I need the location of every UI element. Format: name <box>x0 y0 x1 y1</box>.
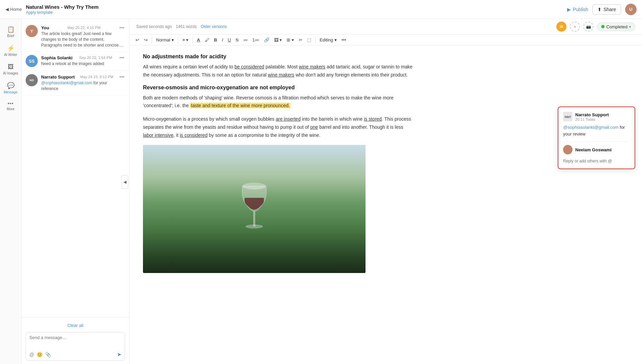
message-footer: Clear all @ 🙂 📎 ➤ <box>22 317 129 364</box>
chevron-down-icon: ▾ <box>172 37 174 42</box>
more-toolbar-button[interactable]: ••• <box>340 36 348 44</box>
ai-writer-icon: ⚡ <box>7 44 14 52</box>
image-button[interactable]: 🖼 ▾ <box>272 36 284 44</box>
reply-user-avatar <box>563 145 573 154</box>
editor-toolbar: ↩ ↪ Normal ▾ ≡ ▾ A 🖊 B I U S ≔ 1≔ 🔗 🖼 ▾ … <box>129 35 642 46</box>
avatar: NS <box>26 74 38 86</box>
send-button[interactable]: ➤ <box>117 351 121 358</box>
page-title: Natural Wines - Why Try Them <box>26 4 567 10</box>
saved-status: Saved seconds ago <box>136 24 172 29</box>
chevron-down-icon: ▾ <box>334 37 337 42</box>
editor-topbar-right: IS + 📷 Completed ▾ <box>556 22 635 32</box>
bullet-list-button[interactable]: ≔ <box>241 36 250 44</box>
sidebar-item-brief[interactable]: 📋 Brief <box>1 23 20 40</box>
message-more-icon[interactable]: ••• <box>119 25 125 30</box>
editor-status-bar: Saved seconds ago 1461 words Older versi… <box>129 19 642 35</box>
publish-button[interactable]: ▶ Publish <box>567 7 588 12</box>
apply-template-link[interactable]: Apply template <box>26 10 567 15</box>
section1-heading: No adjustments made for acidity <box>143 54 413 60</box>
toolbar-divider <box>178 37 178 43</box>
highlight-button[interactable]: 🖊 <box>203 36 211 44</box>
svg-point-3 <box>566 146 570 150</box>
mention-icon[interactable]: @ <box>29 352 34 357</box>
collaborator-avatar-is: IS <box>556 22 566 32</box>
section2-paragraph2: Micro-oxygenation is a process by which … <box>143 115 413 139</box>
publish-icon: ▶ <box>567 7 571 12</box>
table-button[interactable]: ⊞ ▾ <box>285 36 296 44</box>
message-text: The article looks great! Just need a few… <box>41 31 125 48</box>
message-text: Need a relook at the images added <box>41 61 125 67</box>
comment-popup: narr Narrato Support 20:11 Today @sophia… <box>558 107 635 169</box>
email-link[interactable]: @sophiasolanki@gmail.com <box>41 81 92 85</box>
message-author: Narrato Support <box>41 74 75 80</box>
message-content: Sophia Solanki Sep 20 22, 1:54 PM ••• Ne… <box>41 55 125 67</box>
topbar: ◀ Home Natural Wines - Why Try Them Appl… <box>0 0 642 19</box>
message-author: Sophia Solanki <box>41 55 72 60</box>
comment-email-link[interactable]: @sophiasolanki@gmail.com <box>563 125 618 130</box>
sidebar-item-ai-images[interactable]: 🖼 AI Images <box>1 61 20 78</box>
undo-button[interactable]: ↩ <box>134 36 141 44</box>
editor-content: No adjustments made for acidity All wine… <box>129 46 433 364</box>
section2-heading: Reverse-osmosis and micro-oxygenation ar… <box>143 85 413 91</box>
list-item[interactable]: Y You May 25 22, 4:15 PM ••• The article… <box>22 22 129 52</box>
attach-icon[interactable]: 📎 <box>45 352 51 357</box>
message-input-area: @ 🙂 📎 ➤ <box>26 332 125 361</box>
main-layout: 📋 Brief ⚡ AI Writer 🖼 AI Images 💬 Messag… <box>0 19 642 364</box>
topbar-actions: ▶ Publish ⬆ Share U <box>567 4 637 15</box>
completed-status-badge[interactable]: Completed ▾ <box>597 23 635 31</box>
wine-glass-svg <box>237 173 271 233</box>
bold-button[interactable]: B <box>212 36 219 44</box>
underline-button[interactable]: U <box>226 36 233 44</box>
format-clear-button[interactable]: ✂ <box>297 36 304 44</box>
back-button[interactable]: ◀ Home <box>5 7 22 12</box>
sidebar-item-ai-writer[interactable]: ⚡ AI Writer <box>1 42 20 59</box>
list-item[interactable]: NS Narrato Support May 24 23, 8:12 PM ••… <box>22 71 129 95</box>
sidebar-item-more[interactable]: ••• More <box>1 98 20 114</box>
align-button[interactable]: ≡ ▾ <box>180 36 191 44</box>
svg-point-2 <box>246 225 263 228</box>
share-button[interactable]: ⬆ Share <box>592 4 621 14</box>
comment-reply-area: Neelam Goswami <box>563 141 630 164</box>
link-button[interactable]: 🔗 <box>262 36 271 44</box>
italic-button[interactable]: I <box>220 36 225 44</box>
clear-all-button[interactable]: Clear all <box>26 321 125 330</box>
chevron-down-icon: ▾ <box>629 25 631 29</box>
message-icon: 💬 <box>7 82 14 89</box>
section1-paragraph: All wines require a certain level of aci… <box>143 63 413 79</box>
sidebar-item-message[interactable]: 💬 Message <box>1 79 20 97</box>
comment-author: Narrato Support <box>575 112 609 117</box>
message-input[interactable] <box>29 335 121 348</box>
strikethrough-button[interactable]: S <box>234 36 241 44</box>
message-time: Sep 20 22, 1:54 PM <box>79 56 112 60</box>
numbered-list-button[interactable]: 1≔ <box>251 36 261 44</box>
toolbar-divider <box>152 37 152 43</box>
comment-logo: narr <box>563 112 573 121</box>
emoji-icon[interactable]: 🙂 <box>37 352 42 357</box>
back-icon: ◀ <box>5 7 9 12</box>
text-color-button[interactable]: A <box>195 36 202 44</box>
reply-input[interactable] <box>563 159 630 163</box>
message-time: May 24 23, 8:12 PM <box>80 75 113 79</box>
older-versions-link[interactable]: Older versions <box>201 24 227 29</box>
editor-area: Saved seconds ago 1461 words Older versi… <box>129 19 642 364</box>
editing-mode-selector[interactable]: Editing ▾ <box>318 36 339 44</box>
collapse-panel-button[interactable]: ◀ <box>121 175 128 189</box>
share-icon: ⬆ <box>597 7 602 12</box>
message-more-icon[interactable]: ••• <box>119 55 125 60</box>
comment-header: narr Narrato Support 20:11 Today <box>563 112 630 121</box>
camera-icon-button[interactable]: 📷 <box>583 22 593 32</box>
more-icon: ••• <box>8 101 14 106</box>
add-collaborator-button[interactable]: + <box>570 22 580 32</box>
message-more-icon[interactable]: ••• <box>119 74 125 80</box>
reply-user-name: Neelam Goswami <box>575 147 612 152</box>
brief-icon: 📋 <box>7 26 14 33</box>
code-button[interactable]: ⬚ <box>305 36 313 44</box>
list-item[interactable]: SS Sophia Solanki Sep 20 22, 1:54 PM •••… <box>22 52 129 71</box>
format-select[interactable]: Normal ▾ <box>154 36 176 44</box>
comment-text: @sophiasolanki@gmail.com for your review <box>563 124 630 137</box>
section2-paragraph1: Both are modern methods of 'shaping' win… <box>143 94 413 110</box>
avatar[interactable]: U <box>625 4 637 15</box>
message-panel: Y You May 25 22, 4:15 PM ••• The article… <box>22 19 129 364</box>
redo-button[interactable]: ↪ <box>142 36 150 44</box>
avatar: Y <box>26 25 38 37</box>
